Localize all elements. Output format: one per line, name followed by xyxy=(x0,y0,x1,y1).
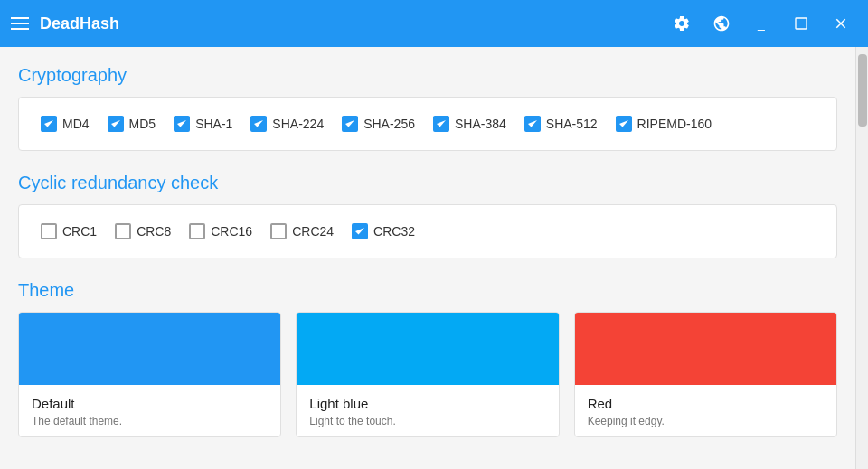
theme-grid: Default The default theme. Light blue Li… xyxy=(18,312,837,437)
cb-md5-indicator xyxy=(108,116,124,132)
cb-sha512-indicator xyxy=(524,116,541,132)
cb-sha1-indicator xyxy=(174,116,190,132)
close-button[interactable] xyxy=(825,7,857,40)
theme-light-blue-info: Light blue Light to the touch. xyxy=(297,385,558,436)
checkbox-sha224[interactable]: SHA-224 xyxy=(250,116,324,132)
checkbox-crc8[interactable]: CRC8 xyxy=(115,223,171,239)
globe-icon xyxy=(712,14,731,33)
scrollbar-thumb[interactable] xyxy=(858,54,867,127)
theme-red-color xyxy=(575,313,836,385)
cb-sha256-indicator xyxy=(342,116,358,132)
content-area: Cryptography MD4 MD5 xyxy=(0,47,855,469)
checkbox-crc1[interactable]: CRC1 xyxy=(41,223,97,239)
crc-checkbox-row: CRC1 CRC8 CRC16 CRC24 xyxy=(41,223,815,239)
crc-card: CRC1 CRC8 CRC16 CRC24 xyxy=(18,204,837,258)
checkbox-sha256[interactable]: SHA-256 xyxy=(342,116,415,132)
theme-default-name: Default xyxy=(32,396,268,411)
checkbox-crc32[interactable]: CRC32 xyxy=(352,223,415,239)
checkbox-sha384[interactable]: SHA-384 xyxy=(433,116,506,132)
cb-sha224-indicator xyxy=(250,116,267,132)
scrollbar[interactable] xyxy=(855,47,868,469)
theme-red[interactable]: Red Keeping it edgy. xyxy=(574,312,837,437)
theme-red-desc: Keeping it edgy. xyxy=(588,415,824,427)
cb-sha384-indicator xyxy=(433,116,449,132)
titlebar: DeadHash _ xyxy=(0,0,868,47)
cb-crc24-indicator xyxy=(270,223,287,239)
cb-md4-indicator xyxy=(41,116,57,132)
theme-default[interactable]: Default The default theme. xyxy=(18,312,281,437)
crc-title: Cyclic redundancy check xyxy=(18,173,837,193)
menu-button[interactable] xyxy=(11,17,29,30)
theme-light-blue-desc: Light to the touch. xyxy=(309,415,545,427)
theme-light-blue-name: Light blue xyxy=(309,396,545,411)
checkbox-sha1[interactable]: SHA-1 xyxy=(174,116,232,132)
checkbox-md5[interactable]: MD5 xyxy=(108,116,156,132)
theme-light-blue-color xyxy=(297,313,558,385)
cb-crc1-indicator xyxy=(41,223,57,239)
main-content: Cryptography MD4 MD5 xyxy=(0,47,868,469)
checkbox-crc24[interactable]: CRC24 xyxy=(270,223,334,239)
minimize-button[interactable]: _ xyxy=(745,7,778,40)
checkbox-md4[interactable]: MD4 xyxy=(41,116,90,132)
titlebar-right: _ xyxy=(665,7,857,40)
app-title: DeadHash xyxy=(40,14,119,33)
cryptography-title: Cryptography xyxy=(18,65,837,86)
titlebar-left: DeadHash xyxy=(11,14,665,33)
settings-button[interactable] xyxy=(665,7,698,40)
close-icon xyxy=(833,15,849,32)
maximize-icon xyxy=(794,16,808,31)
checkbox-crc16[interactable]: CRC16 xyxy=(189,223,252,239)
cryptography-checkbox-row: MD4 MD5 SHA-1 xyxy=(41,116,815,132)
gear-icon xyxy=(673,14,691,33)
svg-rect-0 xyxy=(796,18,807,29)
theme-default-color xyxy=(19,313,280,385)
cb-crc8-indicator xyxy=(115,223,131,239)
theme-title: Theme xyxy=(18,280,837,301)
cryptography-card: MD4 MD5 SHA-1 xyxy=(18,97,837,151)
cb-crc16-indicator xyxy=(189,223,205,239)
theme-default-desc: The default theme. xyxy=(32,415,268,427)
checkbox-sha512[interactable]: SHA-512 xyxy=(524,116,598,132)
maximize-button[interactable] xyxy=(785,7,817,40)
theme-red-name: Red xyxy=(588,396,824,411)
theme-red-info: Red Keeping it edgy. xyxy=(575,385,836,436)
theme-default-info: Default The default theme. xyxy=(19,385,280,436)
language-button[interactable] xyxy=(705,7,738,40)
checkbox-ripemd160[interactable]: RIPEMD-160 xyxy=(616,116,712,132)
theme-light-blue[interactable]: Light blue Light to the touch. xyxy=(296,312,559,437)
cb-ripemd160-indicator xyxy=(616,116,632,132)
cb-crc32-indicator xyxy=(352,223,368,239)
